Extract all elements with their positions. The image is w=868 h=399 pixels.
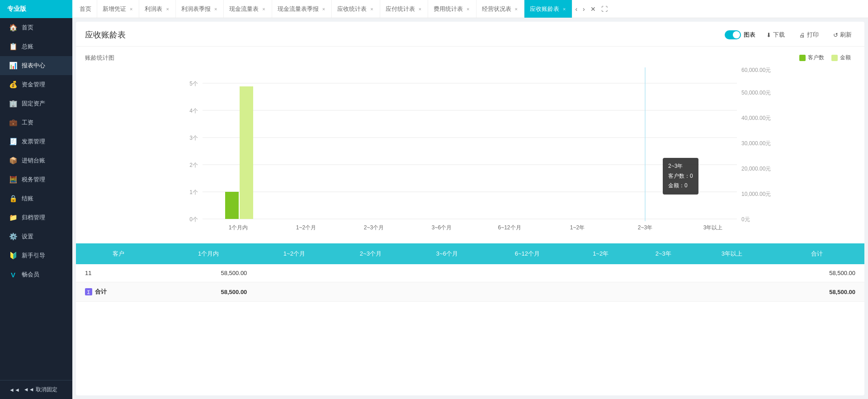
sidebar-item-ledger[interactable]: 📋 总账	[0, 37, 72, 56]
sidebar: 专业版 🏠 首页 📋 总账 📊 报表中心 💰 资金管理 🏢 固定资产 💼 工资 …	[0, 0, 72, 399]
sidebar-item-member[interactable]: V 畅会员	[0, 265, 72, 284]
tab-cashflow-quarter[interactable]: 现金流量表季报 ×	[272, 0, 332, 18]
sidebar-item-close[interactable]: 🔒 结账	[0, 189, 72, 208]
tab-receivable-stat[interactable]: 应收统计表 ×	[332, 0, 380, 18]
tab-aging-close[interactable]: ×	[562, 6, 566, 12]
total-2-3m	[332, 282, 409, 302]
unpin-sidebar-button[interactable]: ◄◄ ◄◄ 取消固定	[0, 380, 72, 399]
refresh-button[interactable]: ↺ 刷新	[830, 29, 855, 41]
total-1m: 58,500.00	[161, 282, 256, 302]
chart-title: 账龄统计图	[85, 54, 855, 62]
settings-icon: ⚙️	[9, 233, 17, 241]
tab-business-stat[interactable]: 经营状况表 ×	[476, 0, 524, 18]
tab-payable-stat-close[interactable]: ×	[418, 6, 422, 12]
chart-container[interactable]: 0个 1个 2个 3个 4个 5个 0元 10,000.00元 20,000.0…	[85, 67, 855, 236]
sidebar-item-purchase[interactable]: 📦 进销台账	[0, 151, 72, 170]
tab-maximize[interactable]: ⛶	[599, 0, 610, 18]
sidebar-label-invoice: 发票管理	[22, 138, 45, 146]
sidebar-item-tax[interactable]: 🧮 税务管理	[0, 170, 72, 189]
content-area: 应收账龄表 图表 ⬇ 下载 🖨 打印 ↺ 刷新	[76, 22, 864, 395]
col-header-1-2y: 1~2年	[569, 243, 632, 264]
chart-toggle[interactable]	[725, 30, 741, 39]
tab-profit-quarter-close[interactable]: ×	[213, 6, 218, 12]
tab-cashflow-close[interactable]: ×	[261, 6, 266, 12]
svg-text:40,000.00元: 40,000.00元	[741, 115, 771, 121]
svg-text:3~6个月: 3~6个月	[432, 224, 452, 231]
sidebar-label-funds: 资金管理	[22, 81, 45, 89]
unpin-icon: ◄◄	[9, 387, 20, 393]
tab-profit-quarter[interactable]: 利润表季报 ×	[176, 0, 224, 18]
svg-text:2个: 2个	[189, 162, 198, 168]
total-label: ∑ 合计	[85, 288, 156, 296]
legend-amount-dot	[831, 55, 838, 61]
tab-close-all[interactable]: ✕	[588, 0, 599, 18]
total-3y-plus	[694, 282, 769, 302]
tab-expense-stat[interactable]: 费用统计表 ×	[428, 0, 476, 18]
unpin-label: ◄◄ 取消固定	[24, 386, 57, 394]
col-header-1-2m: 1~2个月	[256, 243, 332, 264]
sidebar-item-invoice[interactable]: 🧾 发票管理	[0, 132, 72, 151]
sidebar-item-home[interactable]: 🏠 首页	[0, 18, 72, 37]
funds-icon: 💰	[9, 81, 17, 89]
tab-voucher[interactable]: 新增凭证 ×	[97, 0, 139, 18]
page-title: 应收账龄表	[85, 29, 126, 40]
table-row: 11 58,500.00 58,500.00	[76, 264, 864, 282]
total-label-text: 合计	[95, 288, 107, 296]
col-header-3y-plus: 3年以上	[694, 243, 769, 264]
tab-profit[interactable]: 利润表 ×	[139, 0, 175, 18]
svg-text:50,000.00元: 50,000.00元	[741, 90, 771, 96]
cell-2-3m	[332, 264, 409, 282]
print-label: 打印	[807, 31, 819, 39]
svg-text:1个月内: 1个月内	[229, 224, 248, 231]
total-1-2m	[256, 282, 332, 302]
download-button[interactable]: ⬇ 下载	[763, 29, 788, 41]
col-header-2-3y: 2~3年	[632, 243, 695, 264]
legend-amount-label: 金额	[840, 54, 851, 62]
cell-1-2m	[256, 264, 332, 282]
svg-text:2~3年: 2~3年	[638, 224, 652, 231]
tab-aging-label: 应收账龄表	[530, 5, 559, 13]
sidebar-item-salary[interactable]: 💼 工资	[0, 113, 72, 132]
cell-total: 58,500.00	[769, 264, 864, 282]
tab-nav-prev[interactable]: ‹	[572, 0, 580, 18]
sidebar-label-archive: 归档管理	[22, 214, 45, 222]
tab-expense-stat-close[interactable]: ×	[466, 6, 470, 12]
tab-cashflow-quarter-label: 现金流量表季报	[278, 5, 319, 13]
tab-aging[interactable]: 应收账龄表 ×	[524, 0, 572, 18]
svg-text:1个: 1个	[189, 189, 198, 195]
tab-receivable-stat-close[interactable]: ×	[369, 6, 374, 12]
tab-cashflow[interactable]: 现金流量表 ×	[224, 0, 272, 18]
tab-voucher-close[interactable]: ×	[129, 6, 133, 12]
sidebar-item-settings[interactable]: ⚙️ 设置	[0, 227, 72, 246]
tab-receivable-stat-label: 应收统计表	[337, 5, 367, 13]
tab-home[interactable]: 首页	[74, 0, 97, 18]
sidebar-item-guide[interactable]: 🔰 新手引导	[0, 246, 72, 265]
sidebar-item-funds[interactable]: 💰 资金管理	[0, 75, 72, 94]
sidebar-label-home: 首页	[22, 24, 33, 32]
sidebar-item-reports[interactable]: 📊 报表中心	[0, 56, 72, 75]
tab-bar: 首页 新增凭证 × 利润表 × 利润表季报 × 现金流量表 × 现金流量表季报 …	[72, 0, 868, 18]
total-3-6m	[409, 282, 485, 302]
svg-text:3年以上: 3年以上	[703, 224, 723, 231]
tab-profit-label: 利润表	[145, 5, 162, 13]
cell-3y-plus	[694, 264, 769, 282]
tab-profit-close[interactable]: ×	[165, 6, 170, 12]
download-icon: ⬇	[766, 32, 771, 38]
invoice-icon: 🧾	[9, 138, 17, 146]
guide-icon: 🔰	[9, 252, 17, 260]
table-header: 客户 1个月内 1~2个月 2~3个月 3~6个月 6~12个月 1~2年 2~…	[76, 243, 864, 264]
sidebar-label-assets: 固定资产	[22, 100, 45, 108]
sidebar-item-assets[interactable]: 🏢 固定资产	[0, 94, 72, 113]
bar-1m-amount	[240, 86, 253, 219]
sidebar-item-archive[interactable]: 📁 归档管理	[0, 208, 72, 227]
svg-text:1~2年: 1~2年	[570, 224, 585, 231]
tab-payable-stat[interactable]: 应付统计表 ×	[380, 0, 428, 18]
cell-6-12m	[485, 264, 569, 282]
sidebar-label-guide: 新手引导	[22, 252, 45, 260]
tab-expense-stat-label: 费用统计表	[434, 5, 463, 13]
tab-nav-next[interactable]: ›	[580, 0, 588, 18]
tab-business-stat-close[interactable]: ×	[514, 6, 519, 12]
tab-cashflow-quarter-close[interactable]: ×	[321, 6, 326, 12]
logo-text: 专业版	[7, 5, 26, 13]
print-button[interactable]: 🖨 打印	[796, 29, 822, 41]
